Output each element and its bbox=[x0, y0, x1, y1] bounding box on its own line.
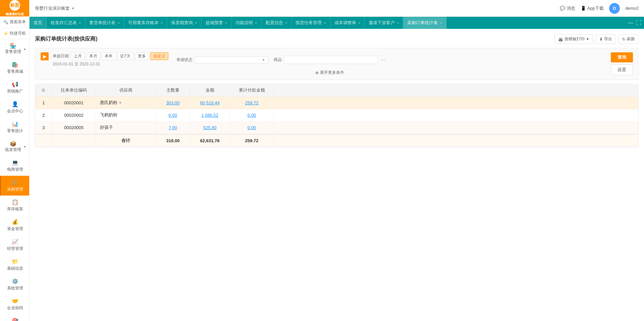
query-button[interactable]: 查询 bbox=[611, 52, 633, 62]
tab-cost-adjust[interactable]: 成本调整单 × bbox=[330, 17, 365, 29]
chevron-down-icon: ▼ bbox=[71, 6, 75, 10]
sidebar-item-quick-nav[interactable]: ⚡ 快捷导航 bbox=[0, 28, 29, 39]
status-label: 单据状态 bbox=[176, 57, 193, 63]
tab-warranty[interactable]: 保质期查询 × bbox=[167, 17, 201, 29]
qty-link[interactable]: 6.00 bbox=[169, 113, 177, 118]
tab-purchase-stats-label: 采购订单统计表 bbox=[407, 20, 438, 26]
goods-input[interactable] bbox=[284, 56, 378, 64]
status-select[interactable]: ▼ bbox=[195, 56, 268, 63]
tabbar: 首页 收发存汇总表 × 要货单统计表 × 可用量库存账本 × 保质期查询 × 超… bbox=[30, 17, 644, 29]
goods-filter-group: 商品 ··· bbox=[274, 56, 387, 64]
tab-function-desc[interactable]: 功能说明 × bbox=[231, 17, 261, 29]
page-title: 采购订单统计表(按供应商) bbox=[35, 36, 98, 43]
shortcut-more[interactable]: 更多 bbox=[135, 52, 149, 60]
total-empty-col1 bbox=[35, 134, 52, 147]
tab-minimize-icon[interactable]: — bbox=[628, 20, 633, 26]
shortcut-custom[interactable]: 自定义 bbox=[150, 52, 168, 60]
date-filter-group: 单据日期 上月 本月 本年 近7天 更多 自定义 bbox=[53, 52, 168, 67]
basic-info-icon: 📁 bbox=[12, 258, 18, 265]
cell-extra bbox=[274, 97, 639, 109]
phone-icon: 📱 bbox=[581, 6, 586, 11]
goods-label: 商品 bbox=[274, 57, 282, 63]
sidebar-item-new-guide[interactable]: 🎯 新手引导 bbox=[0, 314, 29, 321]
app-download-btn[interactable]: 📱 App下载 bbox=[581, 5, 604, 11]
col-header-paid: 累计付款金额 bbox=[230, 84, 274, 97]
tab-purchase-stats[interactable]: 采购订单统计表 × bbox=[403, 17, 446, 29]
sidebar-item-basic-info[interactable]: 📁 基础信息 bbox=[0, 255, 29, 275]
sidebar-item-marketing[interactable]: 📢 营销推广 bbox=[0, 78, 29, 98]
export-button[interactable]: ⬇ 导出 bbox=[596, 34, 616, 44]
tab-invite-downstream[interactable]: 邀请下游客户 × bbox=[365, 17, 403, 29]
tab-overstock-close[interactable]: × bbox=[225, 21, 227, 25]
tab-available-stock-close[interactable]: × bbox=[161, 21, 163, 25]
shortcut-7days[interactable]: 近7天 bbox=[117, 52, 133, 60]
tab-overstock[interactable]: 超储预警 × bbox=[202, 17, 231, 29]
supplier-expand-icon[interactable]: ▼ bbox=[119, 101, 122, 105]
filter-toggle-btn[interactable]: ▶ bbox=[41, 52, 49, 60]
print-dropdown-icon: ▼ bbox=[586, 37, 589, 41]
tab-function-desc-close[interactable]: × bbox=[255, 21, 257, 25]
cell-no: 1 bbox=[35, 97, 52, 109]
industry-title[interactable]: 母婴行业演示账套 ▼ bbox=[35, 5, 75, 11]
tab-home[interactable]: 首页 bbox=[30, 17, 47, 29]
status-chevron-icon: ▼ bbox=[262, 58, 265, 62]
cell-supplier: 好孩子 bbox=[96, 121, 156, 134]
sidebar-item-retail-stats[interactable]: 📊 零售统计 bbox=[0, 117, 29, 137]
shortcut-this-year[interactable]: 本年 bbox=[102, 52, 116, 60]
qty-link[interactable]: 7.00 bbox=[169, 125, 177, 130]
shortcut-last-month[interactable]: 上月 bbox=[71, 52, 85, 60]
sidebar-item-search[interactable]: 🔍 搜索菜单 bbox=[0, 16, 29, 28]
goods-more-btn[interactable]: ··· bbox=[380, 57, 387, 63]
tab-order-stats-close[interactable]: × bbox=[117, 21, 119, 25]
tab-config-info[interactable]: 配置信息 × bbox=[262, 17, 291, 29]
paid-link[interactable]: 0.00 bbox=[248, 113, 256, 118]
sidebar-item-retail-mall[interactable]: 🛍️ 零售商城 bbox=[0, 58, 29, 78]
shortcut-this-month[interactable]: 本月 bbox=[86, 52, 100, 60]
column-settings-icon[interactable]: ⚙ bbox=[41, 88, 46, 93]
sidebar-item-purchase[interactable]: 🛒 采购管理 bbox=[0, 176, 29, 196]
user-name[interactable]: demo2 bbox=[625, 6, 639, 11]
avatar[interactable]: D bbox=[609, 3, 620, 14]
col-header-code: 往来单位编码 bbox=[52, 84, 96, 97]
sidebar-item-inventory[interactable]: 📋 库存核算 bbox=[0, 196, 29, 215]
industry-name: 母婴行业演示账套 bbox=[35, 5, 70, 11]
message-btn[interactable]: 💬 消息 bbox=[560, 5, 575, 11]
sidebar-item-wholesale[interactable]: 📦 批发管理 ▼ bbox=[0, 137, 29, 156]
sidebar-item-enterprise[interactable]: 🤝 企业协同 bbox=[0, 295, 29, 314]
sidebar-item-system[interactable]: ⚙️ 系统管理 bbox=[0, 275, 29, 295]
sidebar-item-ecommerce[interactable]: 💻 电商管理 bbox=[0, 156, 29, 176]
amount-link[interactable]: 1,586.52 bbox=[201, 113, 218, 118]
tab-order-stats[interactable]: 要货单统计表 × bbox=[85, 17, 124, 29]
total-empty-col3 bbox=[274, 134, 639, 147]
paid-link[interactable]: 0.00 bbox=[248, 125, 256, 130]
tab-maximize-icon[interactable]: ⛶ bbox=[636, 20, 641, 26]
sidebar-item-finance[interactable]: 💰 资金管理 bbox=[0, 215, 29, 235]
tab-task-mgmt-close[interactable]: × bbox=[324, 21, 326, 25]
qty-link[interactable]: 303.00 bbox=[166, 100, 179, 105]
tab-invite-downstream-close[interactable]: × bbox=[397, 21, 399, 25]
tab-available-stock[interactable]: 可用量库存账本 × bbox=[124, 17, 167, 29]
paid-link[interactable]: 259.72 bbox=[245, 100, 259, 105]
tab-receive-send-close[interactable]: × bbox=[79, 21, 81, 25]
settings-button[interactable]: 设置 bbox=[611, 64, 633, 75]
expand-more-btn[interactable]: ⊕ 展开更多条件 bbox=[53, 70, 607, 75]
print-button[interactable]: 🖨️ 按模板打印 ▼ bbox=[554, 34, 593, 44]
tab-cost-adjust-close[interactable]: × bbox=[358, 21, 360, 25]
tab-task-mgmt[interactable]: 拣货任务管理 × bbox=[291, 17, 330, 29]
sidebar-item-member[interactable]: 👤 会员中心 bbox=[0, 98, 29, 117]
sidebar-mall-label: 零售商城 bbox=[7, 69, 23, 74]
sidebar-item-operations[interactable]: 📈 经营管理 bbox=[0, 235, 29, 255]
chevron-down-icon: ▼ bbox=[23, 145, 26, 149]
tab-warranty-close[interactable]: × bbox=[195, 21, 197, 25]
purchase-icon: 🛒 bbox=[12, 179, 18, 185]
tab-purchase-stats-close[interactable]: × bbox=[440, 21, 442, 25]
tab-receive-send[interactable]: 收发存汇总表 × bbox=[47, 17, 85, 29]
amount-link[interactable]: 60,519.44 bbox=[200, 100, 220, 105]
col-settings: ⚙ bbox=[35, 84, 52, 97]
refresh-button[interactable]: ↻ 刷新 bbox=[619, 34, 639, 44]
sidebar-purchase-label: 采购管理 bbox=[7, 186, 23, 192]
table-row: 3 00020005 好孩子 7.00 525.80 0.00 bbox=[35, 121, 638, 134]
sidebar-item-retail[interactable]: 🏪 零售管理 ▲ bbox=[0, 39, 29, 58]
tab-config-info-close[interactable]: × bbox=[285, 21, 287, 25]
amount-link[interactable]: 525.80 bbox=[203, 125, 217, 130]
